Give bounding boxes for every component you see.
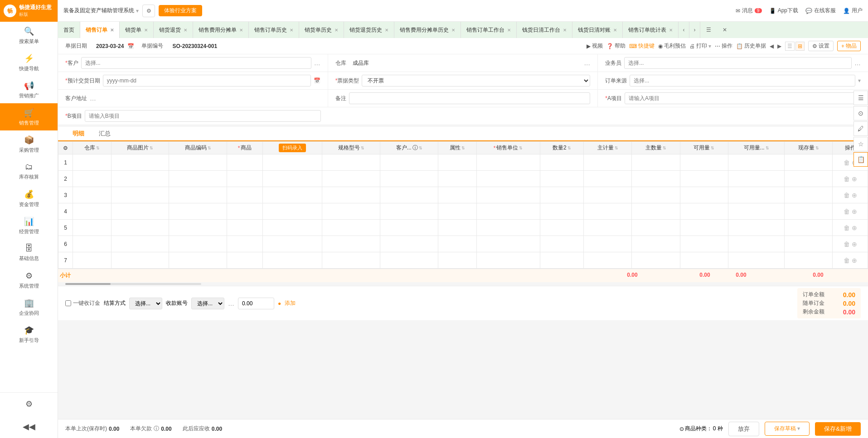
sidebar-item-purchase[interactable]: 📦 采购管理 [0, 130, 58, 158]
memo-input[interactable] [349, 92, 591, 104]
table-cell[interactable] [380, 203, 438, 220]
operation-btn[interactable]: ⋯ 操作 [715, 42, 732, 50]
th-scan[interactable]: 扫码录入 [262, 142, 322, 154]
sidebar-item-collapse[interactable]: ◀◀ [0, 415, 58, 438]
table-cell[interactable] [584, 171, 632, 187]
table-cell[interactable] [680, 154, 728, 171]
copy-icon[interactable]: ⊕ [852, 241, 857, 248]
delete-icon[interactable]: 🗑 [844, 192, 850, 199]
quick-checkout-input[interactable] [65, 300, 71, 306]
table-cell[interactable] [476, 171, 540, 187]
table-cell[interactable] [728, 236, 784, 252]
th-main-qty[interactable]: 主数量⇅ [632, 142, 680, 154]
prev-record-btn[interactable]: ◀ [770, 43, 774, 49]
table-cell[interactable] [785, 252, 833, 269]
delete-icon[interactable]: 🗑 [844, 159, 850, 166]
online-service-button[interactable]: 💬 在线客服 [805, 7, 836, 14]
table-cell[interactable] [322, 154, 380, 171]
table-cell[interactable] [111, 171, 169, 187]
table-cell[interactable] [632, 236, 680, 252]
settings-button[interactable]: ⚙ [142, 5, 155, 17]
tab-prev-arrow[interactable]: ‹ [679, 22, 689, 38]
th-current-qty[interactable]: 现存量⇅ [785, 142, 833, 154]
tab-daily-clear[interactable]: 钱货日清工作台 ✕ [517, 22, 572, 38]
table-cell[interactable] [169, 220, 227, 236]
table-cell[interactable] [438, 252, 477, 269]
table-cell[interactable] [476, 236, 540, 252]
table-cell[interactable] [540, 203, 584, 220]
app-download-button[interactable]: 📱 App下载 [769, 7, 798, 14]
table-cell[interactable] [584, 203, 632, 220]
table-cell[interactable] [540, 171, 584, 187]
tab-sales-bill[interactable]: 销货单 ✕ [120, 22, 154, 38]
tab-bill-history[interactable]: 销货单历史 ✕ [299, 22, 344, 38]
profit-btn[interactable]: ◉ 毛利预估 [658, 42, 686, 50]
th-customer-field[interactable]: 客户...ⓘ⇅ [380, 142, 438, 154]
warehouse-more-btn[interactable]: … [584, 59, 590, 67]
table-cell[interactable] [227, 154, 263, 171]
th-attribute[interactable]: 属性⇅ [438, 142, 477, 154]
th-spec[interactable]: 规格型号⇅ [322, 142, 380, 154]
table-cell[interactable] [584, 187, 632, 203]
user-button[interactable]: 👤 用户 [843, 7, 863, 14]
add-goods-button[interactable]: + 物品 [837, 41, 861, 51]
invoice-type-select[interactable]: 不开票 [362, 75, 590, 87]
sidebar-item-search[interactable]: 🔍 搜索菜单 [0, 22, 58, 49]
table-cell[interactable] [380, 236, 438, 252]
th-code[interactable]: 商品编码⇅ [169, 142, 227, 154]
table-cell[interactable] [476, 252, 540, 269]
table-cell[interactable] [632, 203, 680, 220]
message-button[interactable]: ✉ 消息 9 [736, 7, 762, 14]
table-cell[interactable] [322, 187, 380, 203]
table-cell[interactable] [438, 236, 477, 252]
table-cell[interactable] [111, 154, 169, 171]
th-main-unit[interactable]: 主计量⇅ [584, 142, 632, 154]
table-cell[interactable] [476, 220, 540, 236]
tab-workbench[interactable]: 销售订单工作台 ✕ [461, 22, 517, 38]
table-cell[interactable] [680, 252, 728, 269]
table-cell[interactable] [632, 220, 680, 236]
table-cell[interactable] [680, 187, 728, 203]
tab-return-history[interactable]: 销货退货历史 ✕ [344, 22, 394, 38]
scroll-thumb[interactable] [65, 283, 111, 285]
right-btn-4[interactable]: ☆ [853, 137, 868, 151]
table-cell[interactable] [73, 252, 112, 269]
table-cell[interactable] [262, 203, 322, 220]
table-cell[interactable] [785, 154, 833, 171]
delivery-date-input[interactable] [103, 75, 311, 87]
table-cell[interactable] [680, 236, 728, 252]
tab-return-close[interactable]: ✕ [184, 28, 187, 33]
tab-statistics-close[interactable]: ✕ [669, 28, 673, 33]
table-cell[interactable] [728, 203, 784, 220]
table-cell[interactable] [584, 220, 632, 236]
sidebar-item-inventory[interactable]: 🗂 库存核算 [0, 158, 58, 185]
table-cell[interactable] [169, 187, 227, 203]
table-cell[interactable] [322, 220, 380, 236]
table-cell[interactable] [728, 187, 784, 203]
table-cell[interactable] [73, 220, 112, 236]
customer-addr-more-btn[interactable]: … [90, 95, 96, 102]
table-cell[interactable] [438, 171, 477, 187]
right-btn-5[interactable]: 📋 [853, 152, 868, 167]
table-cell[interactable] [680, 203, 728, 220]
table-cell[interactable] [322, 171, 380, 187]
table-cell[interactable] [476, 203, 540, 220]
table-cell[interactable] [380, 220, 438, 236]
delivery-calendar-icon[interactable]: 📅 [314, 77, 320, 84]
table-cell[interactable] [540, 236, 584, 252]
delete-icon[interactable]: 🗑 [844, 241, 850, 248]
th-qty2[interactable]: 数量2⇅ [540, 142, 584, 154]
tab-expense[interactable]: 销售费用分摊单 ✕ [193, 22, 249, 38]
th-photo[interactable]: 商品图片⇅ [111, 142, 169, 154]
next-record-btn[interactable]: ▶ [777, 43, 781, 49]
table-cell[interactable] [169, 236, 227, 252]
quick-checkout-checkbox[interactable]: 一键收订金 [65, 299, 100, 307]
amount-input[interactable] [238, 298, 274, 309]
table-cell[interactable] [728, 252, 784, 269]
tab-order-history[interactable]: 销售订单历史 ✕ [249, 22, 299, 38]
customer-more-btn[interactable]: … [314, 59, 320, 67]
card-view-btn[interactable]: ⊞ [795, 42, 805, 51]
b-project-input[interactable] [85, 110, 321, 122]
table-cell[interactable] [227, 220, 263, 236]
setup-button[interactable]: ⚙ 设置 [808, 41, 834, 51]
